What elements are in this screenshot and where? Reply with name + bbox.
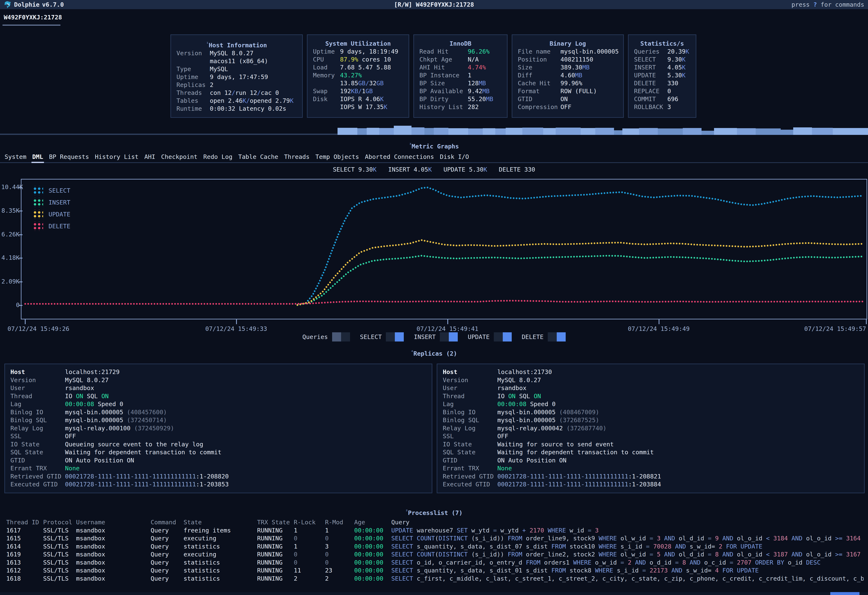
row-value: OFF [65, 432, 76, 440]
metric-tab-ahi[interactable]: AHI [142, 151, 158, 162]
replicas-hotkey: ⁴ [411, 349, 413, 354]
toggle-switch-delete[interactable] [548, 332, 566, 342]
value-segment: KB [351, 87, 358, 95]
panel-row: VersionMySQL 8.0.27 [176, 49, 297, 57]
toggle-queries: Queries [302, 332, 350, 342]
metric-tab-bp-requests[interactable]: BP Requests [46, 151, 92, 162]
row-label: User [443, 384, 497, 392]
panel-row: Memory43.27% [313, 71, 403, 79]
value-segment: (408457600) [127, 409, 167, 416]
value-segment: 00021728-1111-1111-1111-111111111111 [65, 473, 196, 480]
metric-tab-history-list[interactable]: History List [92, 151, 142, 162]
row-value: rsandbox [65, 384, 94, 392]
cell-username: msandbox [76, 526, 151, 534]
value-segment: OFF [65, 432, 76, 440]
value-segment: 9 days, 17:47:59 [210, 73, 268, 80]
x-axis-label: 07/12/24 15:49:26 [7, 325, 69, 332]
row-label: Binlog SQL [10, 416, 65, 424]
panel-title: ¹Host Information [176, 40, 297, 49]
metric-tab-checkpoint[interactable]: Checkpoint [158, 151, 201, 162]
value-segment: 00021728-1111-1111-1111-111111111111 [497, 473, 628, 480]
summary-select: SELECT 9.30K [333, 166, 376, 173]
cell-trx-state: RUNNING [257, 551, 294, 558]
value-segment: / [358, 87, 362, 95]
processlist-row[interactable]: 1617SSL/TLSmsandboxQueryfreeing itemsRUN… [4, 526, 864, 534]
row-label: User [10, 384, 65, 392]
cell-thread-id: 1617 [6, 526, 43, 534]
series-select [298, 187, 863, 305]
horizontal-scrollbar[interactable] [0, 592, 868, 595]
toggle-switch-insert[interactable] [440, 332, 458, 342]
help-key[interactable]: ? [813, 1, 817, 8]
series-toggles: QueriesSELECTINSERTUPDATEDELETE [0, 332, 868, 342]
toggle-switch-select[interactable] [386, 332, 404, 342]
processlist-row[interactable]: 1615SSL/TLSmsandboxQueryexecutingRUNNING… [4, 534, 864, 542]
value-segment: K [384, 104, 387, 111]
replica-row: Retrieved GTID00021728-1111-1111-1111-11… [10, 472, 426, 481]
value-segment: OFF [497, 432, 508, 440]
app-title: 🐬 Dolphie v6.7.0 [4, 1, 64, 8]
processlist-row[interactable]: 1614SSL/TLSmsandboxQuerystatisticsRUNNIN… [4, 542, 864, 551]
value-segment: rsandbox [65, 385, 94, 392]
metric-tab-threads[interactable]: Threads [281, 151, 312, 162]
row-label: Version [176, 49, 210, 57]
value-segment: MB [486, 95, 493, 102]
panel-title-text: Statistics/s [640, 40, 684, 47]
metric-tab-system[interactable]: System [1, 151, 30, 162]
cell-r-lock: 2 [294, 574, 325, 583]
row-label: Diff [518, 71, 561, 79]
cell-protocol: SSL/TLS [43, 551, 76, 558]
sparkline-bar [523, 127, 543, 135]
metric-graphs-title-text: Metric Graphs [412, 143, 459, 150]
metric-graphs-title: ³Metric Graphs [0, 142, 868, 150]
dolphin-logo-icon: 🐬 [4, 1, 12, 8]
row-label: Errant TRX [443, 464, 497, 472]
panel-row: BP Available9.42MB [419, 87, 502, 95]
row-value: IOPS R 4.06K [340, 95, 384, 103]
row-value: Waiting for dependent transaction to com… [65, 448, 221, 456]
metric-tab-table-cache[interactable]: Table Cache [235, 151, 281, 162]
toggle-label: DELETE [522, 333, 543, 340]
metric-tab-temp-objects[interactable]: Temp Objects [313, 151, 362, 162]
row-value: 9 days, 18:19:49 [340, 47, 398, 55]
legend-swatch-icon [32, 198, 43, 207]
processlist-row[interactable]: 1618SSL/TLSmsandboxQuerystatisticsRUNNIN… [4, 574, 864, 583]
metric-tab-redo-log[interactable]: Redo Log [201, 151, 235, 162]
toggle-delete: DELETE [522, 332, 566, 342]
row-value: OFF [497, 432, 508, 440]
processlist-row[interactable]: 1613SSL/TLSmsandboxQuerystatisticsRUNNIN… [4, 558, 864, 567]
cell-r-lock: 0 [294, 551, 325, 558]
processlist-row[interactable]: 1612SSL/TLSmsandboxQuerystatisticsRUNNIN… [4, 567, 864, 574]
metric-tab-aborted-connections[interactable]: Aborted Connections [362, 151, 437, 162]
scrollbar-thumb[interactable] [830, 592, 859, 595]
cell-state: executing [183, 551, 257, 558]
cell-age: 00:00:00 [354, 551, 391, 558]
metric-tab-dml[interactable]: DML [30, 151, 46, 162]
value-segment: ON [508, 392, 515, 400]
row-value: 00021728-1111-1111-1111-111111111111:1-2… [497, 472, 661, 481]
row-value: MySQL 8.0.27 [497, 376, 541, 384]
cell-age: 00:00:00 [354, 558, 391, 567]
row-value: None [65, 464, 80, 472]
y-axis-label: 0 [1, 302, 19, 309]
value-segment: MB [582, 64, 590, 71]
value-segment: None [497, 465, 512, 472]
value-segment: 00:00:08 [497, 401, 527, 408]
row-label [313, 103, 340, 111]
toggle-switch-queries[interactable] [332, 332, 350, 342]
value-segment: Waiting for dependent transaction to com… [497, 448, 654, 456]
panel-row: Runtime0:00:32 Latency 0.02s [176, 105, 297, 112]
value-segment: MySQL 8.0.27 [65, 376, 109, 383]
row-label: Binlog IO [443, 408, 497, 416]
toggle-switch-update[interactable] [494, 332, 512, 342]
value-segment: 0 [667, 87, 671, 95]
row-value: mysql-bin.000005 (408457600) [65, 408, 167, 416]
dashboard-panel-statistics-s: Statistics/sQueries20.39KSELECT9.30KINSE… [628, 34, 696, 118]
replica-panel-1: Hostlocalhost:21730VersionMySQL 8.0.27Us… [437, 364, 865, 493]
processlist-row[interactable]: 1619SSL/TLSmsandboxQueryexecutingRUNNING… [4, 551, 864, 558]
cell-thread-id: 1612 [6, 567, 43, 574]
row-label: Load [313, 64, 340, 71]
replica-row: Binlog SQLmysql-bin.000005 (372450714) [10, 416, 426, 424]
metric-tab-disk-i-o[interactable]: Disk I/O [437, 151, 472, 162]
host-tab[interactable]: W492F0YXKJ:21728 [4, 14, 62, 21]
